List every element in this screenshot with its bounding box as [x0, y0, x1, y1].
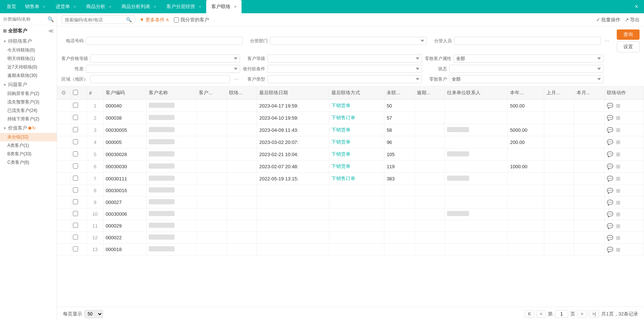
- custcode-sort[interactable]: 客户编码: [106, 89, 125, 96]
- person-input[interactable]: [454, 37, 601, 45]
- more-filter-button[interactable]: ▼ 更多条件 ∧: [140, 17, 169, 23]
- price-level-select[interactable]: [90, 54, 240, 63]
- next-page-button[interactable]: >: [577, 310, 587, 318]
- action-grid-icon[interactable]: ⊞: [616, 176, 620, 181]
- action-message-icon[interactable]: 💬: [607, 176, 613, 181]
- close-sales-tab[interactable]: ×: [43, 4, 45, 9]
- row-checkbox[interactable]: [73, 139, 78, 144]
- page-size-select[interactable]: 50 100 200: [84, 310, 103, 318]
- nav-tab-purchase[interactable]: 进货单 ×: [50, 0, 81, 13]
- overdue-col-header[interactable]: 逾期...: [415, 87, 445, 99]
- custname-sort[interactable]: 客户名称: [149, 89, 168, 96]
- settings-col-header[interactable]: ⚙: [57, 87, 70, 99]
- row-checkbox-cell[interactable]: [70, 99, 87, 112]
- close-product-analysis-tab[interactable]: ×: [109, 4, 111, 9]
- custcode-col-header[interactable]: 客户编码: [103, 87, 147, 99]
- contact-col-header[interactable]: 联络...: [227, 87, 257, 99]
- row-lastway-cell[interactable]: 下销货单: [329, 99, 384, 112]
- sidebar-item-overdue[interactable]: 逾期未联络(30): [0, 71, 57, 80]
- window-close-button[interactable]: ×: [632, 3, 641, 10]
- action-grid-icon[interactable]: ⊞: [616, 235, 620, 241]
- row-lastway-cell[interactable]: 下销售订单: [329, 112, 384, 124]
- sidebar-section-value[interactable]: ▼ 价值客户 ↻: [0, 123, 57, 133]
- payment-select[interactable]: [267, 65, 422, 73]
- sidebar-item-tomorrow[interactable]: 明天待联络(1): [0, 54, 57, 63]
- lastway-link[interactable]: 下销货单: [331, 127, 351, 133]
- action-grid-icon[interactable]: ⊞: [616, 211, 620, 217]
- row-checkbox[interactable]: [73, 127, 78, 132]
- custname-col-header[interactable]: 客户名称: [146, 87, 197, 99]
- row-lastway-cell[interactable]: [329, 185, 384, 197]
- reset-button[interactable]: 设置: [617, 41, 640, 52]
- nocontact-col-header[interactable]: 未联...: [384, 87, 415, 99]
- lastway-link[interactable]: 下销货单: [331, 163, 351, 169]
- retail-cust-select[interactable]: 全部: [449, 75, 603, 83]
- action-grid-icon[interactable]: ⊞: [616, 247, 620, 253]
- lastway-link[interactable]: 下销货单: [331, 151, 351, 157]
- action-message-icon[interactable]: 💬: [607, 127, 613, 133]
- dept-select[interactable]: [270, 37, 427, 45]
- close-customer-segment-tab[interactable]: ×: [199, 4, 201, 9]
- custtype-col-header[interactable]: 客户...: [197, 87, 227, 99]
- sidebar-item-warning[interactable]: 流失预警客户(3): [0, 98, 57, 106]
- refresh-icon[interactable]: ↻: [32, 126, 36, 131]
- region-input[interactable]: [90, 75, 230, 83]
- lastway-link[interactable]: 下销售订单: [331, 176, 355, 181]
- row-checkbox[interactable]: [73, 163, 78, 169]
- sidebar-item-abnormal[interactable]: 回购异常客户(2): [0, 89, 57, 98]
- row-checkbox-cell[interactable]: [70, 148, 87, 160]
- action-grid-icon[interactable]: ⊞: [616, 163, 620, 169]
- last-page-button[interactable]: >|: [589, 310, 599, 318]
- sidebar-item-a-class[interactable]: A类客户(1): [0, 141, 57, 150]
- nav-tab-customer-contact[interactable]: 客户联络 ×: [206, 0, 242, 13]
- region-dots[interactable]: ···: [232, 76, 240, 82]
- cust-level-select[interactable]: [267, 54, 422, 63]
- action-message-icon[interactable]: 💬: [607, 151, 613, 157]
- row-checkbox-cell[interactable]: [70, 197, 87, 208]
- row-checkbox-cell[interactable]: [70, 124, 87, 136]
- status-select[interactable]: [449, 65, 603, 73]
- phone-input[interactable]: [86, 37, 243, 45]
- row-checkbox-cell[interactable]: [70, 136, 87, 148]
- row-lastway-cell[interactable]: [329, 220, 384, 232]
- close-customer-contact-tab[interactable]: ×: [234, 4, 236, 9]
- row-checkbox-cell[interactable]: [70, 173, 87, 185]
- lastway-col-header[interactable]: 最后联络方式: [329, 87, 384, 99]
- row-lastway-cell[interactable]: 下销货单: [329, 160, 384, 173]
- nav-tab-customer-segment[interactable]: 客户分层经营 ×: [161, 0, 206, 13]
- batch-op-button[interactable]: ✓ 批量操作: [596, 17, 620, 23]
- checkbox-col-header[interactable]: [70, 87, 87, 99]
- my-customers-checkbox[interactable]: 我分管的客户: [174, 17, 209, 23]
- sidebar-item-ungroup[interactable]: 未分组(32): [0, 133, 57, 141]
- sidebar-search-box[interactable]: 🔍: [0, 13, 57, 25]
- main-search-input[interactable]: [65, 17, 126, 22]
- sidebar-item-lost[interactable]: 已流失客户(24): [0, 106, 57, 115]
- sidebar-item-c-class[interactable]: C类客户(6): [0, 158, 57, 167]
- nav-tab-sales[interactable]: 销售单 ×: [20, 0, 50, 13]
- main-search-box[interactable]: 🔍: [61, 15, 135, 24]
- nav-home[interactable]: 首页: [3, 0, 20, 13]
- row-checkbox[interactable]: [73, 211, 78, 216]
- action-grid-icon[interactable]: ⊞: [616, 200, 620, 205]
- sidebar-item-7days[interactable]: 近7天待联络(0): [0, 63, 57, 71]
- row-lastway-cell[interactable]: [329, 197, 384, 208]
- action-message-icon[interactable]: 💬: [607, 139, 613, 145]
- prev-page-button[interactable]: <: [536, 310, 546, 318]
- action-grid-icon[interactable]: ⊞: [616, 223, 620, 229]
- row-checkbox-cell[interactable]: [70, 185, 87, 197]
- export-button[interactable]: ↗ 导出: [625, 17, 640, 23]
- row-checkbox[interactable]: [73, 176, 78, 181]
- row-checkbox[interactable]: [73, 234, 78, 240]
- nav-tab-product-analysis[interactable]: 商品分析 ×: [81, 0, 116, 13]
- main-search-icon[interactable]: 🔍: [126, 17, 132, 22]
- lastway-link[interactable]: 下销货单: [331, 139, 351, 145]
- page-number-input[interactable]: [555, 310, 568, 318]
- lastmonth-col-header[interactable]: 上月...: [544, 87, 574, 99]
- row-lastway-cell[interactable]: 下销售订单: [329, 173, 384, 185]
- unitcontact-col-header[interactable]: 往来单位联系人: [445, 87, 508, 99]
- action-message-icon[interactable]: 💬: [607, 188, 613, 194]
- row-checkbox[interactable]: [73, 187, 78, 193]
- action-message-icon[interactable]: 💬: [607, 223, 613, 229]
- row-checkbox[interactable]: [73, 246, 78, 251]
- thisyear-col-header[interactable]: 本年...: [508, 87, 544, 99]
